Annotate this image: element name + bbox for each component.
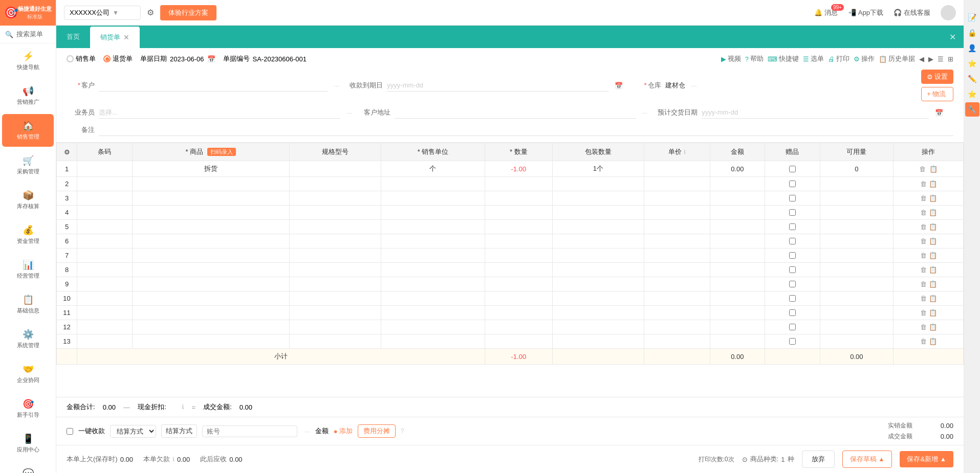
calendar-icon[interactable]: 📅 [207, 55, 215, 63]
save-new-button[interactable]: 保存&新增 ▲ [900, 451, 953, 467]
logistics-button[interactable]: + 物流 [921, 87, 953, 101]
sidebar-item-operations[interactable]: 📊 经营管理 [2, 253, 54, 286]
salesperson-dots[interactable]: ··· [346, 109, 352, 117]
prev-action[interactable]: ◀ [919, 55, 924, 63]
payment-due-input[interactable] [387, 79, 608, 92]
copy-row-icon[interactable]: 📋 [929, 209, 937, 216]
delete-row-icon[interactable]: 🗑 [920, 194, 927, 202]
delete-row-1-icon[interactable]: 🗑 [919, 165, 926, 173]
close-all-tabs-icon[interactable]: ✕ [942, 32, 964, 42]
delete-row-icon[interactable]: 🗑 [920, 266, 927, 274]
customer-dots[interactable]: ··· [334, 82, 339, 89]
grid-view-icon[interactable]: ⊞ [948, 55, 953, 63]
split-button[interactable]: 费用分摊 [358, 424, 396, 438]
message-button[interactable]: 🔔 消息 99+ [814, 8, 838, 17]
row-packqty-1[interactable]: 1个 [552, 161, 644, 177]
sidebar-item-marketing[interactable]: 📢 营销推广 [2, 79, 54, 112]
copy-row-icon[interactable]: 📋 [929, 237, 937, 245]
shortcut-action[interactable]: ⌨ 快捷键 [768, 54, 799, 63]
tab-close-icon[interactable]: ✕ [123, 33, 129, 41]
right-panel-icon-3[interactable]: 👤 [965, 41, 979, 55]
radio-return-order[interactable]: 退货单 [103, 54, 133, 63]
customer-input[interactable] [99, 79, 328, 92]
sidebar-item-enterprise[interactable]: 🤝 企业协同 [2, 357, 54, 390]
copy-row-icon[interactable]: 📋 [929, 337, 937, 345]
next-action[interactable]: ▶ [928, 55, 933, 63]
row-price-1[interactable] [644, 161, 710, 177]
delete-row-icon[interactable]: 🗑 [920, 252, 927, 259]
row-gift-1[interactable] [765, 161, 820, 177]
help-action[interactable]: ? 帮助 [745, 54, 764, 63]
app-download-button[interactable]: 📲 App下载 [848, 8, 883, 17]
copy-row-1-icon[interactable]: 📋 [929, 165, 938, 173]
row-qty-1[interactable]: -1.00 [485, 161, 553, 177]
delete-row-icon[interactable]: 🗑 [920, 237, 927, 245]
operation-action[interactable]: ⚙ 操作 [854, 54, 875, 63]
radio-sales-order[interactable]: 销售单 [67, 54, 96, 63]
row-amount-1[interactable]: 0.00 [710, 161, 765, 177]
table-view-icon[interactable]: ☰ [938, 55, 944, 63]
right-panel-icon-1[interactable]: 📝 [965, 10, 979, 25]
delete-row-icon[interactable]: 🗑 [920, 323, 927, 331]
copy-row-icon[interactable]: 📋 [929, 323, 937, 331]
account-dots[interactable]: ··· [304, 427, 310, 435]
sidebar-item-basic[interactable]: 📋 基础信息 [2, 288, 54, 321]
row-spec-1[interactable] [289, 161, 381, 177]
copy-row-icon[interactable]: 📋 [929, 309, 937, 317]
online-service-button[interactable]: 🎧 在线客服 [894, 8, 930, 17]
delete-row-icon[interactable]: 🗑 [920, 223, 927, 231]
copy-row-icon[interactable]: 📋 [929, 266, 937, 274]
category-info[interactable]: ⊙ 商品种类: 1 种 [742, 455, 794, 464]
tab-sales-order[interactable]: 销货单 ✕ [90, 27, 140, 48]
delete-row-icon[interactable]: 🗑 [920, 337, 927, 345]
sidebar-item-capital[interactable]: 💰 资金管理 [2, 218, 54, 251]
topbar-settings-icon[interactable]: ⚙ [147, 8, 154, 17]
payment-info-icon[interactable]: ? [401, 427, 404, 435]
row-unit-1[interactable]: 个 [381, 161, 485, 177]
save-draft-button[interactable]: 保存草稿 ▲ [842, 451, 892, 468]
row-barcode-1[interactable] [77, 161, 133, 177]
copy-row-icon[interactable]: 📋 [929, 295, 937, 302]
video-action[interactable]: ▶ 视频 [721, 54, 741, 63]
right-panel-icon-5[interactable]: ✏️ [965, 72, 979, 86]
print-action[interactable]: 🖨 打印 [828, 54, 850, 63]
history-action[interactable]: 📋 历史单据 [879, 54, 915, 63]
payment-due-cal-icon[interactable]: 📅 [615, 82, 623, 89]
customer-addr-input[interactable] [395, 106, 636, 119]
calc-method[interactable]: 结算方式 [161, 424, 197, 438]
expected-date-cal-icon[interactable]: 📅 [935, 109, 943, 117]
sidebar-item-inventory[interactable]: 📦 库存核算 [2, 184, 54, 216]
delete-row-icon[interactable]: 🗑 [920, 180, 927, 188]
right-panel-icon-7[interactable]: 🔧 [965, 102, 979, 117]
right-panel-icon-4[interactable]: ⭐ [965, 56, 979, 71]
customer-addr-dots[interactable]: ··· [642, 109, 648, 117]
warehouse-dots[interactable]: ··· [691, 82, 697, 89]
copy-row-icon[interactable]: 📋 [929, 180, 937, 188]
copy-row-icon[interactable]: 📋 [929, 223, 937, 231]
tab-home[interactable]: 首页 [56, 26, 90, 48]
user-avatar[interactable] [941, 5, 956, 20]
sidebar-item-system[interactable]: ⚙️ 系统管理 [2, 323, 54, 355]
copy-row-icon[interactable]: 📋 [929, 252, 937, 259]
trial-button[interactable]: 体验行业方案 [160, 5, 216, 20]
notes-input[interactable] [99, 124, 953, 136]
row-product-1[interactable]: 拆货 [132, 161, 289, 177]
th-settings[interactable]: ⚙ [57, 143, 77, 161]
total-owed-info-icon[interactable]: ℹ [172, 456, 175, 463]
delete-row-icon[interactable]: 🗑 [920, 209, 927, 216]
discount-info-icon[interactable]: ℹ [182, 403, 184, 411]
sidebar-item-sales[interactable]: 🏠 销售管理 [2, 114, 54, 147]
payment-method-select[interactable]: 结算方式 [110, 425, 156, 438]
delete-row-icon[interactable]: 🗑 [920, 309, 927, 317]
sidebar-item-quick-nav[interactable]: ⚡ 快捷导航 [2, 44, 54, 77]
expected-date-input[interactable] [702, 106, 929, 119]
delete-row-icon[interactable]: 🗑 [920, 280, 927, 288]
select-action[interactable]: ☰ 选单 [803, 54, 824, 63]
sidebar-item-search[interactable]: 🔍 搜索菜单 [0, 26, 56, 43]
settings-button[interactable]: ⚙ 设置 [921, 70, 953, 84]
sidebar-item-guide[interactable]: 🎯 新手引导 [2, 392, 54, 425]
copy-row-icon[interactable]: 📋 [929, 280, 937, 288]
company-selector[interactable]: XXXXXX公司 ▼ [64, 6, 141, 20]
payment-account-input[interactable] [202, 425, 297, 437]
delete-row-icon[interactable]: 🗑 [920, 295, 927, 302]
